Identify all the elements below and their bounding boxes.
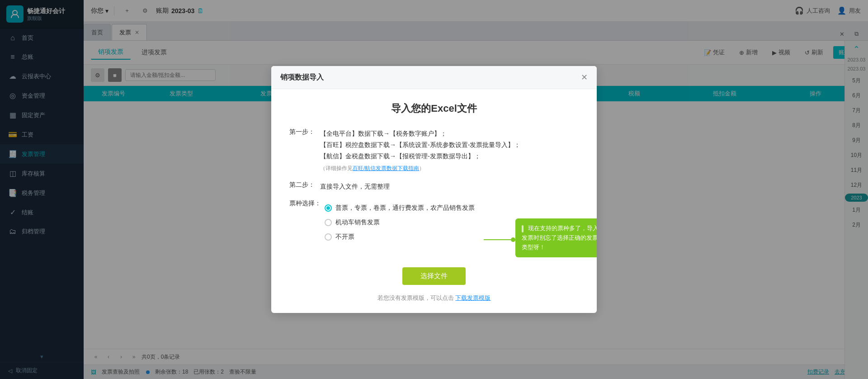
modal-close-button[interactable]: ✕ <box>581 72 588 82</box>
modal-main-title: 导入您的Excel文件 <box>289 102 579 115</box>
tooltip-connector: 现在支持的票种多了，导入发票时别忘了选择正确的发票类型呀！ ✕ <box>484 218 597 257</box>
select-file-button[interactable]: 选择文件 <box>402 267 466 285</box>
modal-footer: 若您没有发票模版，可以点击 下载发票模版 <box>289 294 579 302</box>
radio-option-2[interactable]: 机动车销售发票 现在支持的票种多了，导入发票时别忘了选择正确的发票类型呀！ ✕ <box>325 218 475 227</box>
step1-label: 第一步： <box>289 128 316 136</box>
step2-label: 第二步： <box>289 181 316 189</box>
modal-overlay: 销项数据导入 ✕ 导入您的Excel文件 第一步： 【全电平台】数据下载→【税务… <box>0 0 868 379</box>
tooltip-text: 现在支持的票种多了，导入发票时别忘了选择正确的发票类型呀！ <box>522 225 597 251</box>
radio-3-icon <box>325 233 332 241</box>
step1-content: 【全电平台】数据下载→【税务数字账户】； 【百旺】税控盘数据下载→【系统设置-系… <box>320 128 520 174</box>
connector-line <box>484 239 511 240</box>
tooltip-bar-icon <box>522 225 524 232</box>
step2-row: 第二步： 直接导入文件，无需整理 <box>289 181 579 192</box>
download-template-link[interactable]: 下载发票模版 <box>455 294 491 301</box>
radio-1-label: 普票，专票，卷票，通行费发票，农产品销售发票 <box>335 204 475 212</box>
radio-1-icon <box>325 204 332 212</box>
radio-2-icon <box>325 219 332 226</box>
step1-line-1: 【全电平台】数据下载→【税务数字账户】； <box>320 128 520 139</box>
guide-link[interactable]: 百旺/航信发票数据下载指南 <box>353 165 419 171</box>
footer-note-text: 若您没有发票模版，可以点击 <box>377 294 454 301</box>
radio-option-1[interactable]: 普票，专票，卷票，通行费发票，农产品销售发票 <box>325 204 475 212</box>
modal-body: 导入您的Excel文件 第一步： 【全电平台】数据下载→【税务数字账户】； 【百… <box>271 89 597 313</box>
step1-line-3: 【航信】金税盘数据下载→【报税管理-发票数据导出】； <box>320 151 520 162</box>
step2-content: 直接导入文件，无需整理 <box>320 181 390 192</box>
radio-3-label: 不开票 <box>335 233 354 241</box>
step1-row: 第一步： 【全电平台】数据下载→【税务数字账户】； 【百旺】税控盘数据下载→【系… <box>289 128 579 174</box>
import-modal: 销项数据导入 ✕ 导入您的Excel文件 第一步： 【全电平台】数据下载→【税务… <box>271 66 597 313</box>
ticket-type-row: 票种选择： 普票，专票，卷票，通行费发票，农产品销售发票 机动车销售发票 <box>289 199 579 256</box>
tooltip-bubble: 现在支持的票种多了，导入发票时别忘了选择正确的发票类型呀！ ✕ <box>515 218 597 257</box>
radio-option-3[interactable]: 不开票 <box>325 233 475 241</box>
step1-line-2: 【百旺】税控盘数据下载→【系统设置-系统参数设置-发票批量导入】； <box>320 139 520 151</box>
modal-title: 销项数据导入 <box>280 73 324 82</box>
connector-dot <box>511 237 515 242</box>
modal-header: 销项数据导入 ✕ <box>271 66 597 89</box>
step1-link: （详细操作见百旺/航信发票数据下载指南） <box>320 162 520 174</box>
radio-group: 普票，专票，卷票，通行费发票，农产品销售发票 机动车销售发票 现在支持的票种 <box>325 204 475 247</box>
select-file-row: 选择文件 <box>289 267 579 285</box>
radio-2-label: 机动车销售发票 <box>335 218 380 227</box>
ticket-type-label: 票种选择： <box>289 199 321 208</box>
